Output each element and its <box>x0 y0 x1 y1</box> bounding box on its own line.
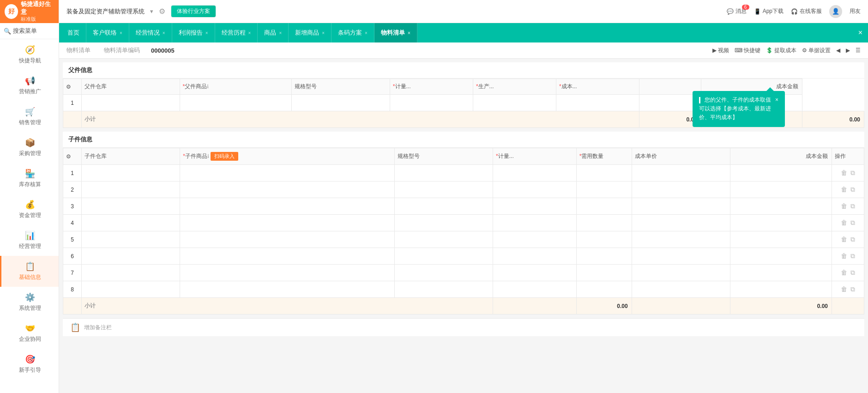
next-page-action[interactable]: ▶ <box>846 47 850 54</box>
child-unit[interactable] <box>493 198 577 215</box>
child-unit-cost[interactable] <box>632 281 730 298</box>
parent-production-cell[interactable] <box>473 95 556 111</box>
child-unit-cost[interactable] <box>632 198 730 215</box>
child-spec[interactable] <box>394 181 493 198</box>
message-badge[interactable]: 💬 消息 6 <box>727 7 747 15</box>
parent-unit-cell[interactable] <box>390 95 473 111</box>
child-warehouse[interactable] <box>82 248 180 265</box>
delete-icon[interactable]: 🗑 <box>841 236 847 243</box>
child-unit-cost[interactable] <box>632 165 730 181</box>
sidebar-item-cooperation[interactable]: 🤝 企业协同 <box>0 318 59 349</box>
sidebar-item-purchase[interactable]: 📦 采购管理 <box>0 132 59 163</box>
child-goods[interactable] <box>180 265 395 281</box>
delete-icon[interactable]: 🗑 <box>841 169 847 176</box>
video-action[interactable]: ▶ 视频 <box>712 47 729 54</box>
child-goods[interactable] <box>180 181 395 198</box>
copy-icon[interactable]: ⧉ <box>850 269 855 276</box>
tab-goods[interactable]: 商品× <box>258 23 289 42</box>
child-warehouse[interactable] <box>82 231 180 248</box>
copy-icon[interactable]: ⧉ <box>850 186 855 193</box>
child-spec[interactable] <box>394 198 493 215</box>
online-service-btn[interactable]: 🎧 在线客服 <box>791 7 822 15</box>
sidebar-item-inventory[interactable]: 🏪 库存核算 <box>0 163 59 194</box>
child-goods[interactable] <box>180 198 395 215</box>
sidebar-item-sales[interactable]: 🛒 销售管理 <box>0 101 59 132</box>
child-warehouse[interactable] <box>82 265 180 281</box>
sidebar-item-quick-nav[interactable]: 🧭 快捷导航 <box>0 39 59 70</box>
child-spec[interactable] <box>394 248 493 265</box>
tooltip-close-btn[interactable]: × <box>775 96 778 104</box>
tab-barcode[interactable]: 条码方案× <box>332 23 374 42</box>
copy-icon[interactable]: ⧉ <box>850 169 855 176</box>
delete-icon[interactable]: 🗑 <box>841 285 847 293</box>
shortcut-action[interactable]: ⌨ 快捷键 <box>735 47 760 54</box>
child-goods[interactable] <box>180 215 395 231</box>
tab-operations[interactable]: 经营情况× <box>129 23 172 42</box>
child-unit[interactable] <box>493 281 577 298</box>
child-unit[interactable] <box>493 181 577 198</box>
sidebar-search[interactable]: 🔍 搜索菜单 <box>0 23 59 39</box>
child-spec[interactable] <box>394 265 493 281</box>
child-warehouse[interactable] <box>82 198 180 215</box>
delete-icon[interactable]: 🗑 <box>841 252 847 260</box>
delete-icon[interactable]: 🗑 <box>841 202 847 210</box>
tab-close-icon[interactable]: × <box>163 30 165 36</box>
child-qty[interactable] <box>576 215 632 231</box>
child-goods[interactable] <box>180 165 395 181</box>
tab-close-icon[interactable]: × <box>408 30 410 36</box>
tab-close-icon[interactable]: × <box>248 30 251 36</box>
tab-home[interactable]: 首页 <box>61 23 86 42</box>
child-unit-cost[interactable] <box>632 181 730 198</box>
single-settings-action[interactable]: ⚙ 单据设置 <box>802 47 831 54</box>
copy-icon[interactable]: ⧉ <box>850 219 855 226</box>
child-unit[interactable] <box>493 215 577 231</box>
child-qty[interactable] <box>576 231 632 248</box>
gear-icon-child[interactable]: ⚙ <box>66 153 71 160</box>
child-qty[interactable] <box>576 181 632 198</box>
child-warehouse[interactable] <box>82 181 180 198</box>
child-unit[interactable] <box>493 265 577 281</box>
topbar-dropdown-icon[interactable]: ▾ <box>150 8 153 15</box>
tab-bom[interactable]: 物料清单× <box>374 23 417 42</box>
child-warehouse[interactable] <box>82 165 180 181</box>
child-goods[interactable] <box>180 231 395 248</box>
app-download-btn[interactable]: 📱 App下载 <box>754 7 784 15</box>
child-warehouse[interactable] <box>82 281 180 298</box>
child-unit-cost[interactable] <box>632 231 730 248</box>
sidebar-item-operations[interactable]: 📊 经营管理 <box>0 225 59 256</box>
parent-warehouse-cell[interactable] <box>82 95 180 111</box>
tab-history[interactable]: 经营历程× <box>215 23 258 42</box>
tab-close-icon[interactable]: × <box>205 30 208 36</box>
child-spec[interactable] <box>394 281 493 298</box>
tab-close-icon[interactable]: × <box>279 30 282 36</box>
sidebar-item-basic-info[interactable]: 📋 基础信息 <box>0 256 59 287</box>
extract-cost-action[interactable]: 💲 提取成本 <box>766 47 796 54</box>
add-remarks-icon[interactable]: 📋 <box>70 322 80 333</box>
list-view-action[interactable]: ☰ <box>856 47 861 54</box>
tab-close-icon[interactable]: × <box>322 30 325 36</box>
parent-cost-cell[interactable] <box>556 95 639 111</box>
prev-page-action[interactable]: ◀ <box>836 47 840 54</box>
child-qty[interactable] <box>576 265 632 281</box>
child-goods[interactable] <box>180 248 395 265</box>
copy-icon[interactable]: ⧉ <box>850 236 855 243</box>
copy-icon[interactable]: ⧉ <box>850 202 855 210</box>
sidebar-item-marketing[interactable]: 📢 营销推广 <box>0 70 59 101</box>
trial-button[interactable]: 体验行业方案 <box>171 5 216 18</box>
tab-profit[interactable]: 利润报告× <box>172 23 215 42</box>
add-remarks-text[interactable]: 增加备注栏 <box>84 324 112 332</box>
tab-close-icon[interactable]: × <box>365 30 368 36</box>
child-unit-cost[interactable] <box>632 215 730 231</box>
child-unit[interactable] <box>493 231 577 248</box>
sidebar-item-finance[interactable]: 💰 资金管理 <box>0 194 59 225</box>
tab-close-icon[interactable]: × <box>120 30 122 36</box>
child-unit-cost[interactable] <box>632 265 730 281</box>
child-qty[interactable] <box>576 281 632 298</box>
child-unit[interactable] <box>493 165 577 181</box>
child-spec[interactable] <box>394 165 493 181</box>
child-qty[interactable] <box>576 165 632 181</box>
sidebar-item-guide[interactable]: 🎯 新手引导 <box>0 349 59 380</box>
copy-icon[interactable]: ⧉ <box>850 252 855 260</box>
tab-customer[interactable]: 客户联络× <box>86 23 129 42</box>
settings-icon[interactable]: ⚙ <box>159 7 165 16</box>
